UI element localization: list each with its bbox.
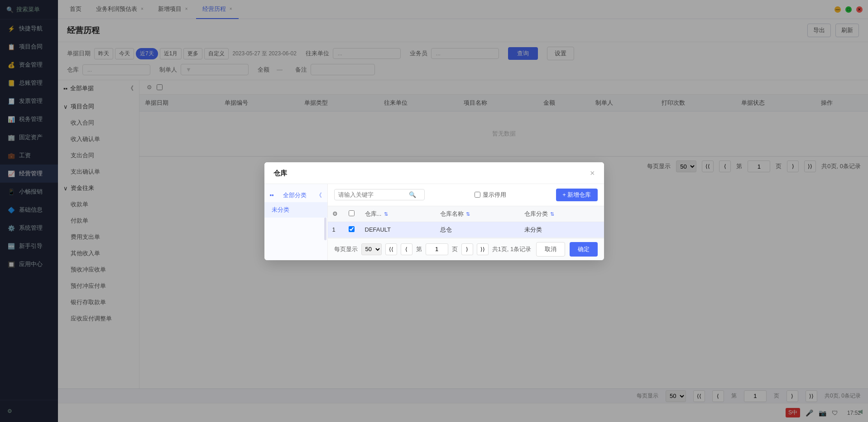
show-disabled-checkbox-label[interactable]: 显示停用 [475, 191, 506, 199]
dialog-close-button[interactable]: × [590, 169, 595, 178]
grid-icon-small: ▪▪ [270, 192, 274, 199]
confirm-button[interactable]: 确定 [570, 242, 598, 257]
dialog-page-input[interactable] [426, 243, 448, 255]
all-categories-label: 全部分类 [283, 191, 307, 199]
dialog-page-label: 第 [416, 245, 422, 253]
dialog-table-header: ⚙ 仓库... ⇅ 仓库名称 ⇅ [328, 206, 604, 222]
dialog-first-btn[interactable]: ⟨⟨ [385, 243, 397, 255]
dialog-total: 共1页, 1条记录 [492, 245, 532, 253]
dialog-header: 仓库 × [264, 162, 604, 184]
dialog-body: ▪▪ 全部分类 《 未分类 🔍 [264, 184, 604, 260]
cancel-button[interactable]: 取消 [536, 242, 565, 257]
collapse-categories-btn[interactable]: 《 [316, 191, 322, 199]
col-code-sort[interactable]: ⇅ [384, 211, 388, 217]
dialog-table-wrap: ⚙ 仓库... ⇅ 仓库名称 ⇅ [328, 206, 604, 238]
row-category: 未分类 [520, 222, 604, 238]
dialog-last-btn[interactable]: ⟩⟩ [477, 243, 489, 255]
uncategorized-label: 未分类 [272, 206, 289, 213]
row-name: 总仓 [436, 222, 520, 238]
dialog-per-page-select[interactable]: 50 [361, 243, 382, 255]
add-warehouse-button[interactable]: + 新增仓库 [556, 189, 597, 201]
row-code: DEFAULT [360, 222, 436, 238]
dialog-search-icon[interactable]: 🔍 [409, 191, 416, 198]
dialog-footer: 每页显示 50 ⟨⟨ ⟨ 第 页 ⟩ ⟩⟩ 共1页, 1条记录 [328, 238, 604, 260]
dialog-pagination: 每页显示 50 ⟨⟨ ⟨ 第 页 ⟩ ⟩⟩ 共1页, 1条记录 [334, 243, 532, 255]
warehouse-dialog: 仓库 × ▪▪ 全部分类 《 未分类 [264, 162, 604, 260]
dialog-sidebar-item-uncategorized[interactable]: 未分类 [264, 202, 327, 218]
dialog-table-row[interactable]: 1 DEFAULT 总仓 未分类 [328, 222, 604, 238]
dialog-search-input[interactable] [338, 191, 406, 198]
row-select-checkbox[interactable] [349, 226, 355, 232]
show-disabled-label: 显示停用 [483, 191, 506, 199]
col-name-label: 仓库名称 [440, 210, 464, 217]
sidebar-scrollbar [324, 218, 326, 240]
dialog-next-btn[interactable]: ⟩ [461, 243, 473, 255]
row-checkbox[interactable] [344, 222, 360, 238]
dialog-col-settings: ⚙ [328, 206, 344, 222]
dialog-per-page-label: 每页显示 [334, 245, 358, 253]
col-category-label: 仓库分类 [524, 210, 548, 217]
dialog-table: ⚙ 仓库... ⇅ 仓库名称 ⇅ [328, 206, 604, 238]
dialog-sidebar-header[interactable]: ▪▪ 全部分类 《 [264, 189, 327, 202]
dialog-sidebar: ▪▪ 全部分类 《 未分类 [264, 184, 328, 260]
dialog-main: 🔍 显示停用 + 新增仓库 ⚙ [328, 184, 604, 260]
dialog-overlay[interactable]: 仓库 × ▪▪ 全部分类 《 未分类 [0, 0, 868, 422]
dialog-select-all[interactable] [349, 210, 355, 216]
col-name-sort[interactable]: ⇅ [466, 211, 470, 217]
row-id: 1 [328, 222, 344, 238]
col-code-label: 仓库... [365, 210, 382, 217]
show-disabled-checkbox[interactable] [475, 192, 480, 198]
dialog-col-checkbox [344, 206, 360, 222]
dialog-search-box[interactable]: 🔍 [334, 189, 425, 200]
dialog-title: 仓库 [273, 169, 287, 178]
dialog-col-category: 仓库分类 ⇅ [520, 206, 604, 222]
dialog-col-code: 仓库... ⇅ [360, 206, 436, 222]
dialog-toolbar: 🔍 显示停用 + 新增仓库 [328, 184, 604, 206]
dialog-actions: 取消 确定 [536, 242, 598, 257]
dialog-page-suffix: 页 [452, 245, 458, 253]
dialog-col-name: 仓库名称 ⇅ [436, 206, 520, 222]
dialog-prev-btn[interactable]: ⟨ [401, 243, 412, 255]
col-category-sort[interactable]: ⇅ [550, 211, 554, 217]
